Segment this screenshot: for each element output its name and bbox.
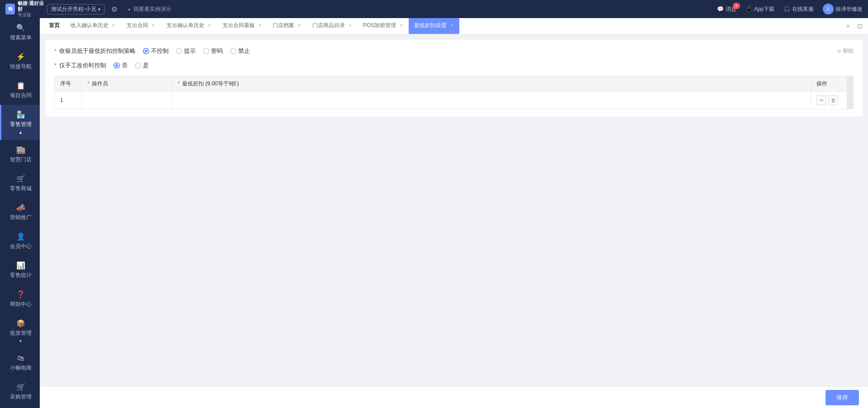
th-min-discount: * 最低折扣 (9.00等于9折) <box>172 76 811 92</box>
radio-remind[interactable]: 提示 <box>176 47 196 55</box>
th-seq: 序号 <box>55 76 82 92</box>
close-icon[interactable]: × <box>207 23 212 28</box>
min-discount-input[interactable] <box>178 97 805 103</box>
radio-circle <box>135 62 141 69</box>
tab-home-label: 首页 <box>49 22 60 29</box>
close-icon[interactable]: × <box>258 23 262 28</box>
sidebar-item-label: 批发管理 <box>10 329 32 337</box>
tab-income-history[interactable]: 收入确认单历史 × <box>65 18 121 34</box>
sidebar-item-member[interactable]: 👤 会员中心 <box>0 227 40 256</box>
message-button[interactable]: 💬 消息 8 <box>717 5 736 13</box>
radio-no[interactable]: 否 <box>113 61 127 70</box>
demo-link[interactable]: 我要看实例演示 <box>128 5 171 13</box>
edit-icon[interactable]: ✏ <box>816 95 826 105</box>
tab-label: 支出合同 <box>127 22 148 29</box>
message-badge: 8 <box>733 3 740 9</box>
online-store-icon: 🛒 <box>16 174 25 183</box>
radio-circle <box>143 48 149 54</box>
project-name: 测试分开亮程-小兄 <box>51 5 96 13</box>
customer-service-button[interactable]: 🎧 在线客服 <box>783 5 814 13</box>
radio-circle <box>230 48 236 54</box>
tab-store-catalog[interactable]: 门店商品目录 × <box>307 18 358 34</box>
sidebar-item-help[interactable]: ❓ 帮助中心 <box>0 285 40 314</box>
logo-icon: 畅 <box>5 4 15 14</box>
top-bar-actions: 💬 消息 8 📱 App下载 🎧 在线客服 人 徐泽华修改 <box>717 4 863 14</box>
sidebar-item-label: 帮助中心 <box>10 300 32 308</box>
wholesale-icon: 📦 <box>16 319 25 328</box>
close-icon[interactable]: × <box>348 23 352 28</box>
td-min-discount[interactable] <box>172 92 811 109</box>
tab-label: 门店档案 <box>273 22 294 29</box>
delete-icon[interactable]: 🗑 <box>828 95 838 105</box>
operator-input[interactable] <box>87 97 166 103</box>
close-icon[interactable]: × <box>111 23 116 28</box>
app-download-button[interactable]: 📱 App下载 <box>745 5 774 13</box>
smart-store-icon: 🏬 <box>16 145 25 154</box>
tab-label: 支出确认单历史 <box>166 22 204 29</box>
radio-no-control[interactable]: 不控制 <box>143 47 169 55</box>
sidebar-item-wholesale[interactable]: 📦 批发管理 ▼ <box>0 314 40 349</box>
sidebar-item-ecommerce[interactable]: 🛍 小畅电商 <box>0 349 40 377</box>
tab-home[interactable]: 首页 <box>43 18 65 34</box>
chevron-down-icon: ▾ <box>98 7 100 12</box>
sidebar-item-retail[interactable]: 🏪 零售管理 ▲ <box>0 105 40 140</box>
sidebar-item-retail-stats[interactable]: 📊 零售统计 <box>0 256 40 285</box>
sidebar-item-purchase[interactable]: 🛒 采购管理 <box>0 377 40 406</box>
manual-control-label: * 仅手工改价时控制 <box>54 61 106 70</box>
sidebar-item-label: 零售管理 <box>10 121 32 128</box>
settings-icon[interactable]: ⚙ <box>108 3 121 15</box>
tab-contract-board[interactable]: 支出合同看板 × <box>217 18 268 34</box>
user-name: 徐泽华修改 <box>835 5 863 13</box>
customer-service-label: 在线客服 <box>792 5 814 13</box>
sidebar-item-label: 采购管理 <box>10 393 32 401</box>
radio-yes[interactable]: 是 <box>135 61 149 70</box>
radio-password[interactable]: 密码 <box>203 47 223 55</box>
th-operator: * 操作员 <box>82 76 172 92</box>
radio-circle <box>176 48 182 54</box>
sidebar-item-smart-store[interactable]: 🏬 智慧门店 <box>0 140 40 169</box>
sidebar-item-online-store[interactable]: 🛒 零售商城 <box>0 169 40 198</box>
download-icon: 📱 <box>745 6 752 12</box>
close-tab-button[interactable]: × <box>844 22 852 31</box>
radio-forbid[interactable]: 禁止 <box>230 47 250 55</box>
sidebar-item-label: 快捷导航 <box>10 63 32 70</box>
close-icon[interactable]: × <box>297 23 302 28</box>
sidebar-item-quicknav[interactable]: ⚡ 快捷导航 <box>0 47 40 76</box>
project-selector[interactable]: 测试分开亮程-小兄 ▾ <box>47 4 104 14</box>
help-link[interactable]: ⊙ 帮助 <box>837 47 854 55</box>
close-icon[interactable]: × <box>449 23 454 28</box>
top-bar: 畅 畅捷·通好业财 专业版 测试分开亮程-小兄 ▾ ⚙ 我要看实例演示 💬 消息… <box>0 0 868 18</box>
maximize-button[interactable]: ⊡ <box>855 22 864 31</box>
tab-min-discount[interactable]: 最低折扣设置 × <box>409 18 459 34</box>
sidebar-item-search[interactable]: 🔍 搜索菜单 <box>0 18 40 47</box>
table-row: 1 ✏ 🗑 <box>55 92 854 109</box>
tab-confirm-history[interactable]: 支出确认单历史 × <box>161 18 217 34</box>
user-button[interactable]: 人 徐泽华修改 <box>823 4 863 14</box>
td-action: ✏ 🗑 <box>811 92 847 109</box>
td-operator[interactable] <box>82 92 172 109</box>
cashier-strategy-row: * 收银员低于最低折扣控制策略 不控制 提示 <box>54 47 854 55</box>
sidebar-item-label: 小畅电商 <box>10 364 32 372</box>
page-footer: 保存 <box>40 386 868 408</box>
tab-label: 收入确认单历史 <box>71 22 108 29</box>
tab-pos-password[interactable]: POS加密管理 × <box>358 18 409 34</box>
avatar: 人 <box>823 4 834 14</box>
save-button[interactable]: 保存 <box>826 390 859 405</box>
sidebar-item-label: 零售统计 <box>10 272 32 279</box>
sidebar-item-label: 零售商城 <box>10 185 32 192</box>
sidebar-item-marketing[interactable]: 📣 营销推广 <box>0 198 40 227</box>
radio-label: 不控制 <box>151 47 169 55</box>
message-icon: 💬 <box>717 6 724 12</box>
marketing-icon: 📣 <box>16 203 25 212</box>
quicknav-icon: ⚡ <box>16 52 25 61</box>
tab-label: POS加密管理 <box>363 22 396 29</box>
sidebar-item-inventory[interactable]: 📦 库存核算 <box>0 406 40 408</box>
tab-store-file[interactable]: 门店档案 × <box>267 18 307 34</box>
close-icon[interactable]: × <box>151 23 156 28</box>
sidebar-item-project[interactable]: 📋 项目合同 <box>0 76 40 105</box>
th-action: 操作 <box>811 76 847 92</box>
tab-contract[interactable]: 支出合同 × <box>121 18 161 34</box>
close-icon[interactable]: × <box>399 23 403 28</box>
logo: 畅 畅捷·通好业财 专业版 <box>5 0 45 18</box>
td-scrollbar <box>847 92 854 109</box>
